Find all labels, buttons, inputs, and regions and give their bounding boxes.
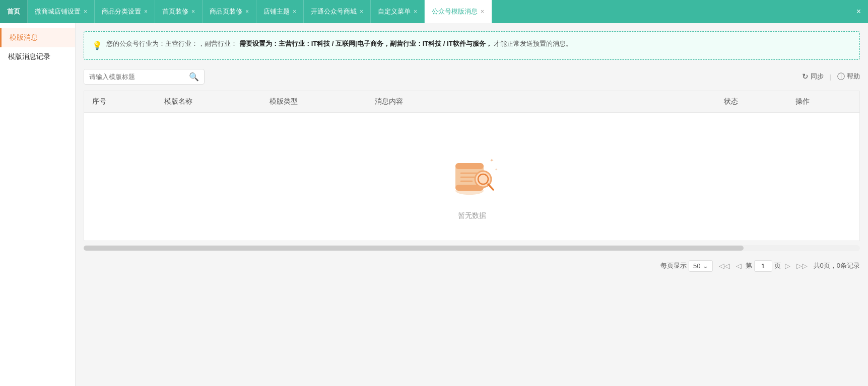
next-page-button[interactable]: ▷ xyxy=(783,261,792,271)
close-product-decor-icon[interactable]: × xyxy=(245,9,249,15)
sidebar: 模版消息 模版消息记录 xyxy=(0,23,76,386)
col-type: 模版类型 xyxy=(261,91,367,113)
horizontal-scrollbar[interactable] xyxy=(84,245,860,251)
per-page-label: 每页显示 xyxy=(660,261,687,270)
nav-tab-micro-store-label: 微商城店铺设置 xyxy=(35,7,81,16)
empty-state-row: ✦ ✦ 暂无数据 xyxy=(84,112,859,241)
search-bar: 🔍 ↻ 同步 | ⓘ 帮助 xyxy=(84,69,860,85)
nav-tab-custom-menu-label: 自定义菜单 xyxy=(378,7,411,16)
table-header-row: 序号 模版名称 模版类型 消息内容 状态 操作 xyxy=(84,91,859,113)
scrollbar-thumb xyxy=(84,246,744,251)
close-custom-menu-icon[interactable]: × xyxy=(414,9,417,15)
top-nav: 首页 微商城店铺设置 × 商品分类设置 × 首页装修 × 商品页装修 × 店铺主… xyxy=(0,0,868,23)
nav-tab-store-theme[interactable]: 店铺主题 × xyxy=(256,0,304,23)
main-layout: 模版消息 模版消息记录 💡 您的公众号行业为：主营行业：，副营行业： 需要设置为… xyxy=(0,23,868,386)
search-input[interactable] xyxy=(84,69,184,84)
pagination-bar: 每页显示 50 ⌄ ◁◁ ◁ 第 页 ▷ ▷▷ 共0页，0条记录 xyxy=(84,255,860,274)
notice-highlight: 需要设置为：主营行业：IT科技 / 互联网|电子商务，副营行业：IT科技 / I… xyxy=(239,40,492,47)
search-input-wrapper: 🔍 xyxy=(84,69,205,85)
nav-tab-template-msg-label: 公众号模版消息 xyxy=(432,7,478,16)
table-header: 序号 模版名称 模版类型 消息内容 状态 操作 xyxy=(84,91,859,113)
nav-tab-open-mall-label: 开通公众号商城 xyxy=(311,7,357,16)
help-button[interactable]: ⓘ 帮助 xyxy=(837,72,860,82)
page-label: 第 xyxy=(746,261,752,270)
svg-text:✦: ✦ xyxy=(490,158,494,163)
nav-tab-template-msg[interactable]: 公众号模版消息 × xyxy=(425,0,492,23)
sidebar-item-template-record-label: 模版消息记录 xyxy=(8,52,50,60)
data-table-container: 序号 模版名称 模版类型 消息内容 状态 操作 xyxy=(84,91,860,241)
close-template-msg-icon[interactable]: × xyxy=(481,9,484,15)
svg-line-9 xyxy=(488,184,493,190)
page-size-dropdown[interactable]: 50 ⌄ xyxy=(689,260,712,272)
nav-tab-custom-menu[interactable]: 自定义菜单 × xyxy=(371,0,425,23)
close-micro-store-icon[interactable]: × xyxy=(84,9,87,15)
nav-tab-home-decor-label: 首页装修 xyxy=(162,7,188,16)
sync-icon: ↻ xyxy=(802,72,809,81)
nav-tab-home-label: 首页 xyxy=(7,7,20,16)
notice-box: 💡 您的公众号行业为：主营行业：，副营行业： 需要设置为：主营行业：IT科技 /… xyxy=(84,31,860,60)
nav-tab-home-decor[interactable]: 首页装修 × xyxy=(155,0,203,23)
search-button[interactable]: 🔍 xyxy=(184,72,204,82)
page-unit: 页 xyxy=(774,261,781,270)
content-area: 💡 您的公众号行业为：主营行业：，副营行业： 需要设置为：主营行业：IT科技 /… xyxy=(76,23,868,386)
col-status: 状态 xyxy=(716,91,788,113)
divider: | xyxy=(830,73,831,81)
nav-tab-product-decor-label: 商品页装修 xyxy=(210,7,242,16)
col-index: 序号 xyxy=(84,91,156,113)
page-input[interactable] xyxy=(754,260,772,272)
sidebar-item-template-msg[interactable]: 模版消息 xyxy=(0,28,75,47)
table-body: ✦ ✦ 暂无数据 xyxy=(84,112,859,241)
close-open-mall-icon[interactable]: × xyxy=(360,9,363,15)
empty-state: ✦ ✦ 暂无数据 xyxy=(84,113,859,241)
nav-tab-open-mall[interactable]: 开通公众号商城 × xyxy=(304,0,371,23)
last-page-button[interactable]: ▷▷ xyxy=(794,261,810,271)
nav-tab-home[interactable]: 首页 xyxy=(0,0,28,23)
nav-tab-store-theme-label: 店铺主题 xyxy=(263,7,290,16)
nav-tab-micro-store[interactable]: 微商城店铺设置 × xyxy=(28,0,95,23)
close-all-button[interactable]: × xyxy=(849,0,868,23)
page-size-select: 每页显示 50 ⌄ xyxy=(660,260,712,272)
close-home-decor-icon[interactable]: × xyxy=(191,9,195,15)
page-navigation: ◁◁ ◁ 第 页 ▷ ▷▷ 共0页，0条记录 xyxy=(717,260,860,272)
notice-prefix: 您的公众号行业为：主营行业：，副营行业： xyxy=(106,40,237,47)
col-content: 消息内容 xyxy=(367,91,716,113)
search-actions: ↻ 同步 | ⓘ 帮助 xyxy=(802,72,860,82)
empty-illustration: ✦ ✦ xyxy=(442,143,502,203)
nav-tab-product-category[interactable]: 商品分类设置 × xyxy=(95,0,155,23)
empty-text: 暂无数据 xyxy=(458,211,486,220)
first-page-button[interactable]: ◁◁ xyxy=(717,261,732,271)
sidebar-item-template-msg-label: 模版消息 xyxy=(10,33,38,41)
notice-suffix: 才能正常发送预置的消息。 xyxy=(494,40,572,47)
nav-tab-product-decor[interactable]: 商品页装修 × xyxy=(203,0,256,23)
help-label: 帮助 xyxy=(847,72,860,81)
page-size-value: 50 xyxy=(693,262,700,270)
close-product-category-icon[interactable]: × xyxy=(144,9,148,15)
notice-icon: 💡 xyxy=(92,39,102,52)
svg-text:✦: ✦ xyxy=(495,168,498,171)
total-info: 共0页，0条记录 xyxy=(814,261,860,270)
dropdown-arrow-icon: ⌄ xyxy=(703,262,708,270)
notice-text: 您的公众号行业为：主营行业：，副营行业： 需要设置为：主营行业：IT科技 / 互… xyxy=(106,39,572,49)
sync-label: 同步 xyxy=(811,72,824,81)
data-table: 序号 模版名称 模版类型 消息内容 状态 操作 xyxy=(84,91,859,241)
svg-rect-2 xyxy=(455,163,484,169)
help-circle-icon: ⓘ xyxy=(837,72,845,82)
close-store-theme-icon[interactable]: × xyxy=(293,9,296,15)
col-action: 操作 xyxy=(787,91,859,113)
prev-page-button[interactable]: ◁ xyxy=(734,261,744,271)
col-name: 模版名称 xyxy=(156,91,261,113)
nav-tab-product-category-label: 商品分类设置 xyxy=(102,7,141,16)
sidebar-item-template-record[interactable]: 模版消息记录 xyxy=(0,47,75,66)
sync-button[interactable]: ↻ 同步 xyxy=(802,72,824,81)
